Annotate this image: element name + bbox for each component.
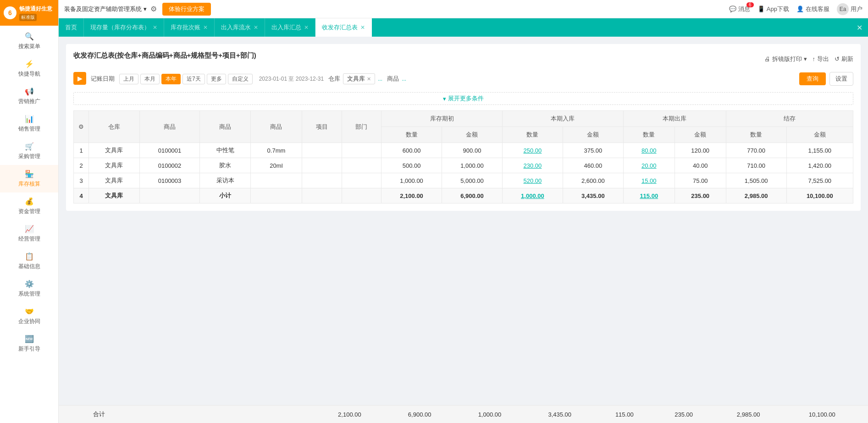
footer-out-qty: 115.00: [595, 408, 654, 420]
goods-filter: 商品 ...: [387, 75, 406, 83]
tab-batch-ledger[interactable]: 库存批次账✕: [164, 18, 215, 37]
footer-open-qty: 2,100.00: [315, 408, 385, 420]
tab-close-recv-send[interactable]: ✕: [360, 24, 365, 31]
print-button[interactable]: 🖨 拆镜版打印 ▾: [764, 55, 807, 63]
table-row: 4 文具库 小计 2,100.00 6,900.00 1,000.00 3,43…: [74, 188, 853, 203]
date-shortcut-更多[interactable]: 更多: [207, 74, 226, 84]
sidebar-item-search[interactable]: 🔍 搜索菜单: [0, 27, 58, 55]
sidebar-label-marketing: 营销推广: [18, 98, 40, 105]
sidebar-item-finance[interactable]: 💰 资金管理: [0, 192, 58, 220]
warehouse-tag: 文具库 ✕: [343, 73, 375, 84]
logo-icon: 6: [4, 6, 17, 19]
page-footer: 合计 2,100.00 6,900.00 1,000.00 3,435.00 1…: [59, 405, 868, 423]
tab-label-summary: 出入库汇总: [271, 23, 301, 32]
tab-label-inventory-dist: 现存量（库存分布表）: [90, 23, 150, 32]
marketing-icon: 📢: [25, 87, 34, 96]
tab-recv-send[interactable]: 收发存汇总表✕: [315, 18, 372, 37]
col-settings-header[interactable]: ⚙: [74, 111, 89, 143]
phone-icon: 📱: [757, 5, 765, 12]
dropdown-arrow-icon: ▾: [144, 5, 147, 12]
refresh-button[interactable]: ↺ 刷新: [835, 55, 853, 63]
export-icon: ↑: [813, 55, 816, 62]
export-button[interactable]: ↑ 导出: [813, 55, 829, 63]
sidebar-label-finance: 资金管理: [18, 208, 40, 215]
sales-icon: 📊: [25, 115, 34, 123]
expand-more-bar[interactable]: ▾ 展开更多条件: [73, 92, 853, 105]
col-group-out: 本期出库: [623, 111, 726, 127]
sidebar-item-inventory[interactable]: 🏪 库存核算: [0, 165, 58, 192]
query-button[interactable]: 查询: [799, 72, 826, 85]
sidebar-label-search: 搜索菜单: [18, 43, 40, 50]
warehouse-label: 仓库: [328, 75, 340, 83]
date-shortcut-自定义[interactable]: 自定义: [228, 74, 253, 84]
filter-expand-button[interactable]: ▶: [73, 72, 86, 85]
col-group-in: 本期入库: [502, 111, 623, 127]
sidebar-item-system[interactable]: ⚙️ 系统管理: [0, 275, 58, 302]
sidebar-item-sales[interactable]: 📊 销售管理: [0, 110, 58, 137]
tab-flow[interactable]: 出入库流水✕: [215, 18, 265, 37]
footer-in-qty: 1,000.00: [455, 408, 525, 420]
tab-inventory-dist[interactable]: 现存量（库存分布表）✕: [84, 18, 164, 37]
tab-home[interactable]: 首页: [59, 18, 84, 37]
footer-label: 合计: [81, 408, 117, 420]
page-card: 收发存汇总表(按仓库+商品编码+商品+规格型号+项目+部门) 🖨 拆镜版打印 ▾…: [66, 44, 861, 211]
date-label: 记账日期: [91, 75, 115, 83]
print-icon: 🖨: [764, 55, 770, 62]
tab-summary[interactable]: 出入库汇总✕: [265, 18, 315, 37]
user-label: 用户: [851, 5, 862, 13]
online-service-action[interactable]: 👤 在线客服: [796, 5, 829, 13]
tab-bar: 首页现存量（库存分布表）✕库存批次账✕出入库流水✕出入库汇总✕收发存汇总表✕✕: [59, 18, 868, 37]
message-action[interactable]: 💬 消息 6: [729, 5, 750, 13]
col-balance-qty-header: 数量: [726, 127, 786, 143]
tab-close-flow[interactable]: ✕: [254, 24, 258, 31]
print-label: 拆镜版打印: [772, 55, 802, 63]
tab-close-summary[interactable]: ✕: [304, 24, 309, 31]
filter-settings-button[interactable]: 设置: [829, 72, 853, 86]
col-out-qty-header: 数量: [623, 127, 674, 143]
sidebar-item-marketing[interactable]: 📢 营销推广: [0, 82, 58, 110]
date-shortcut-近7天[interactable]: 近7天: [182, 74, 205, 84]
col-open-amt-header: 金额: [442, 127, 503, 143]
table-row: 3 文具库 0100003 采访本 1,000.00 5,000.00 520.…: [74, 173, 853, 188]
sidebar-item-cooperation[interactable]: 🤝 企业协同: [0, 302, 58, 330]
warehouse-more-btn[interactable]: ...: [378, 76, 382, 82]
sidebar-label-cooperation: 企业协同: [18, 318, 40, 325]
sidebar-item-purchase[interactable]: 🛒 采购管理: [0, 137, 58, 165]
print-dropdown-icon: ▾: [804, 55, 807, 62]
sidebar-label-purchase: 采购管理: [18, 153, 40, 160]
logo-text: 畅捷通好生意 标准版: [19, 5, 52, 21]
inventory-icon: 🏪: [25, 170, 34, 178]
tab-bar-close[interactable]: ✕: [851, 23, 868, 32]
tab-label-batch-ledger: 库存批次账: [171, 23, 200, 32]
col-project-header: 项目: [302, 111, 342, 143]
settings-icon[interactable]: ⚙: [150, 5, 157, 13]
date-shortcut-本年[interactable]: 本年: [161, 74, 181, 84]
quick-nav-icon: ⚡: [25, 60, 34, 68]
col-group-open: 库存期初: [381, 111, 503, 127]
base-info-icon: 📋: [25, 252, 34, 261]
user-action[interactable]: Ea 用户: [837, 3, 862, 15]
date-shortcut-本月[interactable]: 本月: [140, 74, 160, 84]
goods-more-btn[interactable]: ...: [402, 76, 406, 82]
app-download-action[interactable]: 📱 App下载: [757, 5, 789, 13]
footer-open-amt: 6,900.00: [385, 408, 455, 420]
tab-close-inventory-dist[interactable]: ✕: [153, 24, 157, 31]
sidebar-item-guide[interactable]: 🆕 新手引导: [0, 330, 58, 357]
date-shortcut-上月[interactable]: 上月: [119, 74, 138, 84]
cooperation-icon: 🤝: [25, 307, 34, 316]
sidebar-item-base-info[interactable]: 📋 基础信息: [0, 247, 58, 275]
experience-button[interactable]: 体验行业方案: [162, 3, 211, 16]
sidebar-item-quick-nav[interactable]: ⚡ 快捷导航: [0, 55, 58, 82]
tab-close-batch-ledger[interactable]: ✕: [203, 24, 208, 31]
warehouse-tag-close[interactable]: ✕: [367, 76, 371, 82]
system-title-dropdown[interactable]: 装备及固定资产辅助管理系统 ▾: [64, 5, 147, 13]
date-shortcuts: 上月本月本年近7天更多自定义: [119, 74, 253, 84]
sidebar-item-business[interactable]: 📈 经营管理: [0, 220, 58, 247]
system-title-text: 装备及固定资产辅助管理系统: [64, 5, 142, 13]
tab-label-recv-send: 收发存汇总表: [322, 23, 358, 32]
page-content: 收发存汇总表(按仓库+商品编码+商品+规格型号+项目+部门) 🖨 拆镜版打印 ▾…: [59, 37, 868, 405]
col-group-balance: 结存: [726, 111, 853, 127]
expand-more-label: 展开更多条件: [448, 94, 484, 103]
refresh-icon: ↺: [835, 55, 840, 62]
table-row: 2 文具库 0100002 胶水 20ml 500.00 1,000.00 23…: [74, 158, 853, 173]
